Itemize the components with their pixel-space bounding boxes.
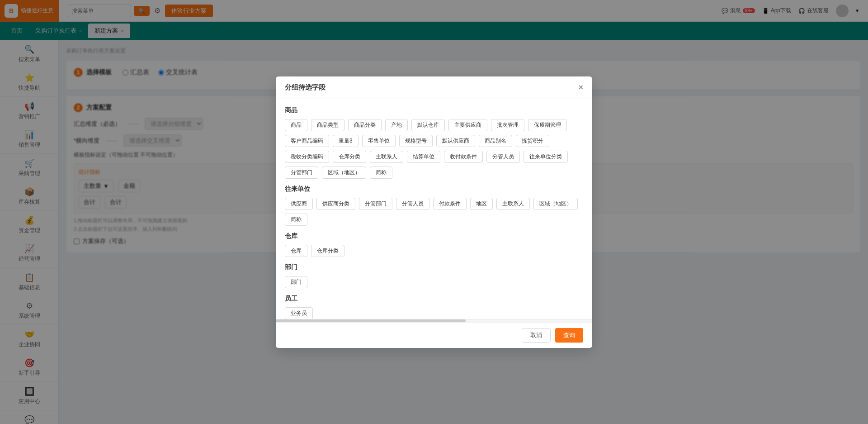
modal-footer: 取消 查询 — [276, 322, 592, 348]
modal-close-button[interactable]: × — [578, 83, 583, 92]
field-tag[interactable]: 部门 — [285, 276, 307, 288]
field-tag[interactable]: 分管人员 — [396, 198, 429, 210]
cancel-button[interactable]: 取消 — [522, 328, 551, 343]
field-group-title: 仓库 — [285, 232, 583, 240]
modal-overlay: 分组待选字段 × 商品商品商品类型商品分类产地默认仓库主要供应商批次管理保质期管… — [0, 0, 868, 424]
field-tags-0: 商品商品类型商品分类产地默认仓库主要供应商批次管理保质期管理客户商品编码重量3零… — [285, 119, 583, 179]
field-tag[interactable]: 分管人员 — [486, 151, 520, 163]
horizontal-scrollbar-thumb — [276, 319, 466, 322]
field-tag[interactable]: 供应商分类 — [316, 198, 355, 210]
field-tag[interactable]: 结算单位 — [407, 151, 440, 163]
field-tag[interactable]: 地区 — [470, 198, 493, 210]
field-tag[interactable]: 付款条件 — [433, 198, 467, 210]
field-group-title: 往来单位 — [285, 185, 583, 193]
field-tags-1: 供应商供应商分类分管部门分管人员付款条件地区主联系人区域（地区）简称 — [285, 198, 583, 226]
field-tags-2: 仓库仓库分类 — [285, 245, 583, 257]
field-tag[interactable]: 简称 — [285, 214, 307, 226]
field-tags-4: 业务员 — [285, 307, 583, 319]
field-selection-modal: 分组待选字段 × 商品商品商品类型商品分类产地默认仓库主要供应商批次管理保质期管… — [276, 76, 592, 348]
field-tags-3: 部门 — [285, 276, 583, 288]
field-tag[interactable]: 保质期管理 — [528, 119, 567, 131]
field-tag[interactable]: 商品分类 — [348, 119, 382, 131]
field-tag[interactable]: 供应商 — [285, 198, 313, 210]
field-tag[interactable]: 重量3 — [333, 135, 359, 147]
field-tag[interactable]: 拣货积分 — [516, 135, 549, 147]
field-tag[interactable]: 收付款条件 — [444, 151, 483, 163]
field-tag[interactable]: 区域（地区） — [533, 198, 578, 210]
field-tag[interactable]: 默认供应商 — [436, 135, 475, 147]
modal-body: 商品商品商品类型商品分类产地默认仓库主要供应商批次管理保质期管理客户商品编码重量… — [276, 99, 592, 319]
field-tag[interactable]: 区域（地区） — [322, 167, 366, 179]
field-tag[interactable]: 商品类型 — [311, 119, 344, 131]
field-tag[interactable]: 客户商品编码 — [285, 135, 329, 147]
field-tag[interactable]: 分管部门 — [359, 198, 392, 210]
field-tag[interactable]: 产地 — [385, 119, 408, 131]
field-tag[interactable]: 仓库分类 — [311, 245, 344, 257]
field-group-title: 员工 — [285, 295, 583, 303]
field-tag[interactable]: 税收分类编码 — [285, 151, 329, 163]
field-tag[interactable]: 主联系人 — [496, 198, 530, 210]
field-tag[interactable]: 批次管理 — [491, 119, 524, 131]
modal-title: 分组待选字段 — [285, 83, 326, 92]
field-tag[interactable]: 仓库分类 — [333, 151, 366, 163]
field-tag[interactable]: 默认仓库 — [411, 119, 445, 131]
field-tag[interactable]: 业务员 — [285, 307, 313, 319]
field-tag[interactable]: 往来单位分类 — [524, 151, 568, 163]
modal-horizontal-scrollbar[interactable] — [276, 319, 592, 322]
field-tag[interactable]: 规格型号 — [399, 135, 433, 147]
field-tag[interactable]: 商品 — [285, 119, 307, 131]
field-group-title: 商品 — [285, 106, 583, 114]
modal-header: 分组待选字段 × — [276, 76, 592, 99]
field-tag[interactable]: 商品别名 — [479, 135, 512, 147]
field-tag[interactable]: 主联系人 — [370, 151, 403, 163]
field-group-title: 部门 — [285, 263, 583, 272]
field-tag[interactable]: 分管部门 — [285, 167, 318, 179]
field-tag[interactable]: 仓库 — [285, 245, 307, 257]
field-tag[interactable]: 零售单位 — [362, 135, 396, 147]
field-tag[interactable]: 主要供应商 — [448, 119, 487, 131]
field-tag[interactable]: 简称 — [370, 167, 392, 179]
confirm-button[interactable]: 查询 — [555, 328, 583, 343]
